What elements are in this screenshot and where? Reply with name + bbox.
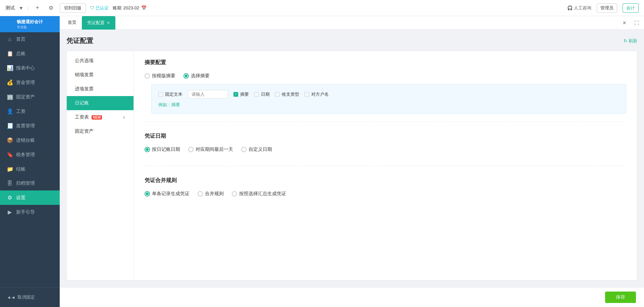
fixed-text-checkbox-item[interactable]: 固定文本 [158, 91, 182, 97]
header-sep: | [28, 5, 29, 11]
select-summary-label: 按照选择汇总生成凭证 [239, 191, 286, 197]
merge-title: 凭证合并规则 [145, 177, 626, 184]
fixed-assets-icon: 🏢 [7, 94, 13, 100]
calendar-icon[interactable]: 📅 [141, 5, 147, 10]
page-title: 凭证配置 [66, 36, 93, 45]
summary-checkbox[interactable] [233, 92, 238, 97]
sidebar-item-close-period[interactable]: 📁 结账 [0, 162, 60, 176]
sidebar: 畅捷通好会计 专业版 ⌂ 首页 📋 总账 📊 报表中心 💰 资金管理 🏢 [0, 16, 60, 307]
refresh-label: 刷新 [629, 38, 637, 44]
tab-close-window-button[interactable]: ✕ [620, 18, 629, 28]
cancel-fixed-button[interactable]: ◄◄ 取消固定 [0, 291, 60, 304]
template-radio[interactable] [145, 73, 150, 79]
period-last-option[interactable]: 对应期间最后一天 [188, 146, 233, 152]
select-radio[interactable] [183, 73, 189, 79]
settings-icon[interactable]: ⚙ [46, 3, 56, 13]
sidebar-item-ledger[interactable]: 📋 总账 [0, 46, 60, 61]
sidebar-nav: ⌂ 首页 📋 总账 📊 报表中心 💰 资金管理 🏢 固定资产 👤 工资 [0, 32, 60, 287]
sidebar-item-label: 报表中心 [16, 65, 35, 71]
left-nav-purchase-invoice[interactable]: 进项发票 [67, 82, 133, 96]
tab-home-label: 首页 [68, 19, 76, 26]
tab-voucher-config-label: 凭证配置 [87, 20, 105, 26]
date-title: 凭证日期 [145, 133, 626, 140]
sidebar-item-tax[interactable]: 🔖 税务管理 [0, 147, 60, 162]
left-nav-journal[interactable]: 日记账 [67, 96, 133, 110]
sidebar-item-settings[interactable]: ⚙ 设置 [0, 190, 60, 205]
summary-section: 摘要配置 按模版摘要 选择摘要 [145, 59, 626, 122]
fixed-text-checkbox[interactable] [158, 92, 163, 97]
single-record-label: 单条记录生成凭证 [152, 191, 190, 197]
refresh-button[interactable]: ↻ 刷新 [624, 38, 637, 44]
summary-template-option[interactable]: 按模版摘要 [145, 73, 175, 79]
payroll-table-row: 工资表 NEW ∨ [75, 114, 125, 120]
content-area: 首页 凭证配置 ✕ ✕ ⛶ 凭证配置 ↻ 刷新 [60, 16, 644, 307]
tax-icon: 🔖 [7, 151, 13, 158]
cashflow-checkbox-item[interactable]: 收支类型 [275, 91, 299, 97]
fixed-text-input[interactable] [188, 90, 228, 98]
close-period-icon: 📁 [7, 166, 13, 172]
sidebar-item-label: 工资 [16, 108, 25, 115]
consult-button[interactable]: 🎧 人工咨询 [567, 5, 591, 11]
fixed-text-label: 固定文本 [165, 91, 182, 97]
journal-date-option[interactable]: 按日记账日期 [145, 146, 180, 152]
summary-label: 摘要 [240, 91, 249, 97]
dropdown-icon[interactable]: ▼ [19, 5, 23, 11]
sidebar-item-home[interactable]: ⌂ 首页 [0, 32, 60, 46]
sidebar-item-payroll[interactable]: 👤 工资 [0, 104, 60, 119]
sidebar-item-invoice[interactable]: 🧾 发票管理 [0, 119, 60, 133]
left-nav-sales-invoice[interactable]: 销项发票 [67, 68, 133, 82]
period-last-radio[interactable] [188, 147, 194, 152]
merge-rules-option[interactable]: 合并规则 [198, 191, 224, 197]
cancel-fixed-label: 取消固定 [17, 294, 35, 300]
sidebar-item-archive[interactable]: 🗄 归档管理 [0, 176, 60, 190]
sidebar-item-label: 发票管理 [16, 123, 35, 129]
guide-icon: ▶ [7, 209, 13, 215]
admin-button[interactable]: 管理员 [597, 3, 617, 13]
date-checkbox-item[interactable]: 日期 [254, 91, 270, 97]
logo-sub: 专业版 [17, 25, 43, 30]
custom-date-radio[interactable] [241, 147, 247, 152]
left-nav-fixed-assets[interactable]: 固定资产 [67, 124, 133, 138]
sidebar-item-report[interactable]: 📊 报表中心 [0, 61, 60, 75]
sidebar-item-guide[interactable]: ▶ 新手引导 [0, 205, 60, 219]
tab-close-button[interactable]: ✕ [107, 20, 110, 25]
page-content: 凭证配置 ↻ 刷新 公共选项 销项发票 进项发票 日记账 工资表 [60, 30, 644, 287]
cashflow-checkbox[interactable] [275, 92, 280, 97]
single-record-radio[interactable] [145, 191, 150, 196]
summary-select-option[interactable]: 选择摘要 [183, 73, 210, 79]
date-radio-group: 按日记账日期 对应期间最后一天 自定义日期 [145, 146, 626, 152]
left-nav-public[interactable]: 公共选项 [67, 54, 133, 68]
switch-old-button[interactable]: 切到旧版 [60, 3, 86, 13]
add-tab-button[interactable]: + [33, 3, 42, 13]
top-header: 测试 ▼ | + ⚙ 切到旧版 🛡 已认证 账期 2023-02 📅 🎧 人工咨… [0, 0, 644, 16]
counterparty-checkbox[interactable] [305, 92, 309, 97]
custom-date-label: 自定义日期 [249, 146, 272, 152]
accountant-button[interactable]: 会计 [623, 3, 639, 13]
select-summary-radio[interactable] [232, 191, 237, 196]
select-summary-option[interactable]: 按照选择汇总生成凭证 [232, 191, 286, 197]
save-button[interactable]: 保存 [605, 292, 636, 303]
tab-voucher-config[interactable]: 凭证配置 ✕ [82, 16, 115, 30]
sidebar-item-fixed-assets[interactable]: 🏢 固定资产 [0, 90, 60, 104]
report-icon: 📊 [7, 65, 13, 71]
sidebar-item-label: 归档管理 [16, 180, 35, 186]
counterparty-checkbox-item[interactable]: 对方户名 [305, 91, 329, 97]
summary-config-box: 固定文本 摘要 日期 [151, 84, 626, 114]
date-checkbox[interactable] [254, 92, 259, 97]
sidebar-item-trade[interactable]: 📦 进销台账 [0, 133, 60, 147]
custom-date-option[interactable]: 自定义日期 [241, 146, 272, 152]
tab-home[interactable]: 首页 [62, 16, 82, 30]
sidebar-item-label: 设置 [16, 195, 25, 201]
left-nav-payroll-table[interactable]: 工资表 NEW ∨ [67, 110, 133, 124]
refresh-icon: ↻ [624, 38, 627, 43]
period-last-label: 对应期间最后一天 [196, 146, 233, 152]
summary-checkbox-item[interactable]: 摘要 [233, 91, 249, 97]
single-record-option[interactable]: 单条记录生成凭证 [145, 191, 190, 197]
journal-date-radio[interactable] [145, 147, 150, 152]
merge-rules-radio[interactable] [198, 191, 203, 196]
sidebar-item-capital[interactable]: 💰 资金管理 [0, 75, 60, 90]
journal-date-label: 按日记账日期 [152, 146, 180, 152]
date-section: 凭证日期 按日记账日期 对应期间最后一天 [145, 133, 626, 166]
merge-rules-label: 合并规则 [205, 191, 224, 197]
tab-expand-button[interactable]: ⛶ [632, 18, 641, 28]
